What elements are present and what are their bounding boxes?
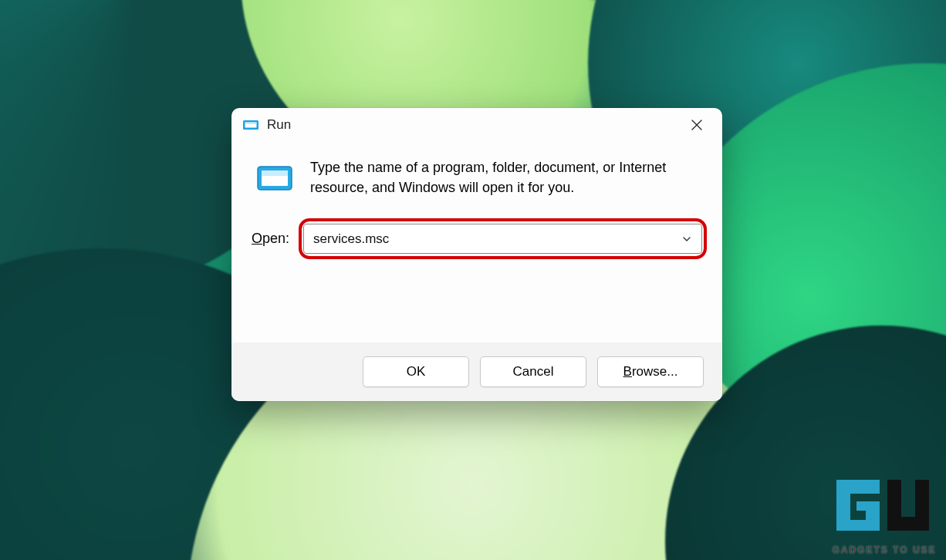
- browse-button[interactable]: Browse...: [597, 356, 704, 387]
- dialog-footer: OK Cancel Browse...: [231, 342, 722, 401]
- titlebar[interactable]: Run: [231, 108, 722, 142]
- dialog-description: Type the name of a program, folder, docu…: [310, 157, 696, 197]
- svg-rect-2: [245, 123, 257, 124]
- open-label-rest: pen:: [262, 231, 289, 246]
- svg-rect-5: [262, 170, 288, 176]
- close-button[interactable]: [676, 110, 718, 140]
- close-icon: [691, 120, 702, 130]
- dialog-title: Run: [267, 117, 676, 133]
- open-input-wrap: services.msc: [303, 224, 702, 254]
- browse-rest: rowse...: [632, 364, 678, 380]
- run-titlebar-icon: [242, 116, 259, 133]
- ok-button[interactable]: OK: [363, 356, 469, 387]
- open-row: Open: services.msc: [252, 224, 702, 254]
- desktop-background: Run Type the name of a program, folder,: [0, 0, 946, 560]
- open-input-value[interactable]: services.msc: [313, 231, 680, 247]
- chevron-down-icon[interactable]: [680, 232, 694, 246]
- open-label-mnemonic: O: [252, 231, 262, 246]
- cancel-button[interactable]: Cancel: [480, 356, 586, 387]
- dialog-body: Type the name of a program, folder, docu…: [231, 142, 722, 342]
- run-program-icon: [255, 159, 295, 199]
- open-label: Open:: [252, 231, 289, 247]
- ok-button-label: OK: [407, 364, 426, 380]
- run-dialog: Run Type the name of a program, folder,: [231, 108, 722, 401]
- open-combobox[interactable]: services.msc: [303, 224, 702, 254]
- browse-mnemonic: B: [623, 364, 632, 380]
- cancel-button-label: Cancel: [513, 364, 554, 380]
- description-row: Type the name of a program, folder, docu…: [252, 157, 702, 199]
